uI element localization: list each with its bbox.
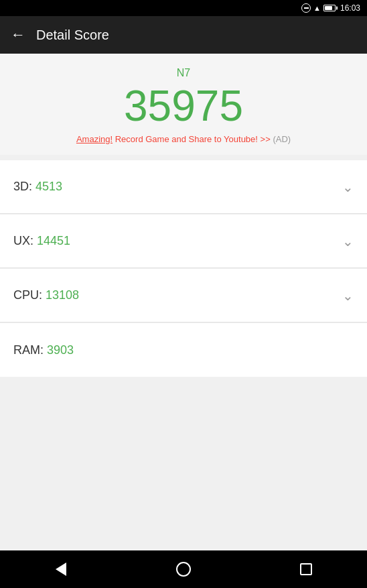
score-value-ram: 3903 bbox=[47, 343, 74, 357]
back-nav-icon bbox=[56, 563, 66, 576]
device-name: N7 bbox=[177, 67, 190, 79]
chevron-down-icon-ux: ⌄ bbox=[342, 233, 354, 249]
bottom-nav bbox=[0, 550, 367, 588]
recent-nav-icon bbox=[300, 563, 312, 575]
status-icons: ▲ 16:03 bbox=[301, 3, 360, 13]
chevron-down-icon-cpu: ⌄ bbox=[342, 288, 354, 304]
score-label-ram: RAM: 3903 bbox=[13, 343, 74, 357]
status-time: 16:03 bbox=[340, 3, 360, 13]
ad-message-text: Record Game and Share to Youtube! >> bbox=[115, 134, 271, 144]
home-nav-button[interactable] bbox=[163, 556, 204, 583]
header-section: N7 35975 Amazing! Record Game and Share … bbox=[0, 54, 367, 155]
score-right-3d: ⌄ bbox=[342, 179, 354, 195]
main-content: N7 35975 Amazing! Record Game and Share … bbox=[0, 54, 367, 550]
score-item-ux[interactable]: UX: 14451 ⌄ bbox=[0, 215, 367, 268]
score-right-ux: ⌄ bbox=[342, 233, 354, 249]
main-score: 35975 bbox=[124, 84, 243, 127]
score-item-3d[interactable]: 3D: 4513 ⌄ bbox=[0, 160, 367, 214]
battery-icon bbox=[323, 5, 336, 11]
ad-label: (AD) bbox=[273, 134, 291, 144]
score-right-cpu: ⌄ bbox=[342, 288, 354, 304]
recent-nav-button[interactable] bbox=[286, 556, 326, 583]
scores-section: 3D: 4513 ⌄ UX: 14451 ⌄ CPU: 13108 ⌄ RAM:… bbox=[0, 155, 367, 550]
score-item-ram[interactable]: RAM: 3903 bbox=[0, 323, 367, 377]
dnd-icon bbox=[301, 3, 311, 13]
score-item-cpu[interactable]: CPU: 13108 ⌄ bbox=[0, 269, 367, 322]
score-value-3d: 4513 bbox=[35, 180, 62, 193]
chevron-down-icon-3d: ⌄ bbox=[342, 179, 354, 195]
back-button[interactable]: ← bbox=[11, 26, 25, 44]
ad-banner[interactable]: Amazing! Record Game and Share to Youtub… bbox=[76, 134, 291, 144]
wifi-icon: ▲ bbox=[313, 4, 321, 12]
ad-amazing-text[interactable]: Amazing! bbox=[76, 134, 113, 144]
score-value-ux: 14451 bbox=[37, 234, 70, 247]
page-title: Detail Score bbox=[36, 27, 109, 43]
top-bar: ← Detail Score bbox=[0, 16, 367, 54]
home-nav-icon bbox=[176, 562, 191, 577]
status-bar: ▲ 16:03 bbox=[0, 0, 367, 16]
score-label-cpu: CPU: 13108 bbox=[13, 288, 79, 302]
score-label-ux: UX: 14451 bbox=[13, 234, 70, 248]
back-nav-button[interactable] bbox=[41, 556, 81, 583]
score-label-3d: 3D: 4513 bbox=[13, 180, 62, 194]
score-value-cpu: 13108 bbox=[46, 288, 79, 302]
